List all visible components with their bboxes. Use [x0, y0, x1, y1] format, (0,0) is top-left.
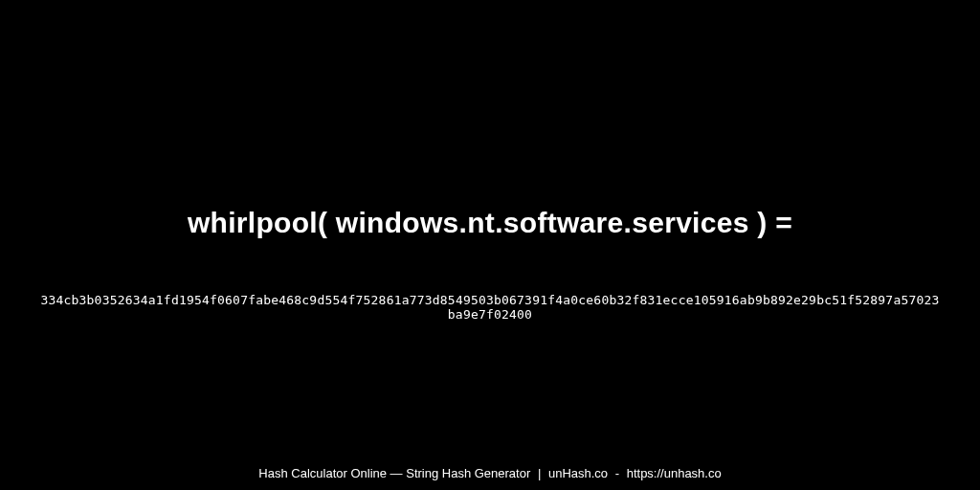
footer-title: Hash Calculator Online — String Hash Gen… [258, 466, 530, 480]
footer-site-url[interactable]: https://unhash.co [627, 466, 722, 480]
footer: Hash Calculator Online — String Hash Gen… [0, 466, 980, 480]
footer-site-name[interactable]: unHash.co [548, 466, 608, 480]
footer-separator: | [534, 466, 545, 480]
main-content: whirlpool( windows.nt.software.services … [0, 0, 980, 490]
hash-output: 334cb3b0352634a1fd1954f0607fabe468c9d554… [0, 293, 980, 322]
hash-expression: whirlpool( windows.nt.software.services … [188, 207, 792, 239]
footer-dash: - [612, 466, 623, 480]
